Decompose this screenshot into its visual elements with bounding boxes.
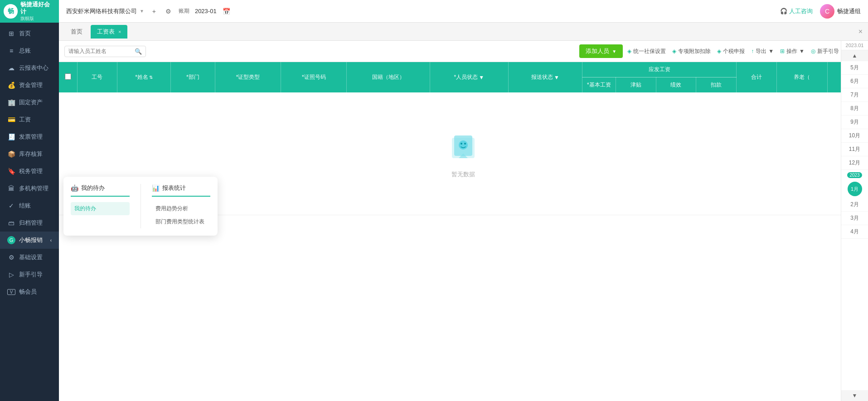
archive-icon: 🗃	[7, 219, 15, 227]
tab-bar-close-btn[interactable]: ×	[858, 28, 863, 36]
col-allowance: 津贴	[616, 77, 656, 93]
ledger-icon: ≡	[7, 47, 15, 54]
sidebar-arrow-xiaochang: ‹	[50, 238, 52, 243]
service-btn[interactable]: 🎧 人工咨询	[780, 7, 813, 15]
sidebar-nav: ⊞ 首页 ≡ 总账 ☁ 云报表中心 💰 资金管理 🏢 固定资产 💳 工资 🧾 发…	[0, 23, 59, 401]
month-item-6[interactable]: 6月	[841, 75, 868, 88]
operations-btn[interactable]: ⊞ 操作 ▼	[780, 48, 805, 55]
month-item-12[interactable]: 12月	[841, 156, 868, 170]
company-name: 西安虾米网络科技有限公司	[66, 7, 137, 15]
header-right: 🎧 人工咨询 C 畅捷通组	[780, 4, 861, 19]
multi-org-icon: 🏛	[7, 185, 15, 192]
sidebar-label-cloud: 云报表中心	[19, 64, 48, 72]
sidebar-item-home[interactable]: ⊞ 首页	[0, 25, 59, 42]
guide-btn[interactable]: ◎ 新手引导	[811, 48, 839, 55]
tab-salary-table[interactable]: 工资表 ×	[91, 25, 127, 39]
month-item-2[interactable]: 2月	[841, 198, 868, 212]
col-nationality: 国籍（地区）	[347, 62, 430, 92]
tab-close-icon[interactable]: ×	[118, 29, 121, 34]
todo-col-icon: 🤖	[71, 184, 78, 192]
month-item-7[interactable]: 7月	[841, 88, 868, 102]
tax-report-btn[interactable]: ◈ 个税申报	[717, 48, 745, 55]
sidebar-item-checkout[interactable]: ✓ 结账	[0, 197, 59, 214]
sidebar-item-multi-org[interactable]: 🏛 多机构管理	[0, 180, 59, 197]
sidebar-item-xiaochang[interactable]: G 小畅报销 ‹	[0, 232, 59, 249]
add-company-btn[interactable]: +	[150, 7, 159, 16]
toolbar: 🔍 添加人员 ▼ ◈ 统一社保设置 ◈ 专项附加扣除 ◈ 个税申报 ↑ 导出 ▼	[59, 41, 868, 62]
month-item-5[interactable]: 5月	[841, 61, 868, 75]
month-item-8[interactable]: 8月	[841, 102, 868, 116]
user-info[interactable]: C 畅捷通组	[820, 4, 861, 19]
person-status-filter-icon[interactable]: ▼	[479, 74, 484, 81]
sidebar-item-ledger[interactable]: ≡ 总账	[0, 42, 59, 59]
sidebar-label-tax: 税务管理	[19, 167, 43, 175]
month-item-9[interactable]: 9月	[841, 116, 868, 129]
add-person-dropdown-icon: ▼	[612, 49, 616, 54]
report-status-filter-icon[interactable]: ▼	[554, 74, 559, 81]
search-box: 🔍	[64, 46, 146, 57]
popup-columns: 🤖 我的待办 我的待办 📊 报表统计 费用趋势分析 部门费用类型统计表	[71, 184, 210, 228]
search-input[interactable]	[68, 48, 132, 54]
sidebar-item-basic[interactable]: ⚙ 基础设置	[0, 249, 59, 266]
popup-item-dept-cost[interactable]: 部门费用类型统计表	[152, 215, 211, 228]
popup-divider	[141, 184, 141, 228]
sidebar-item-inventory[interactable]: 📦 库存核算	[0, 145, 59, 163]
select-all-checkbox[interactable]	[65, 73, 71, 80]
sidebar-item-fixed-assets[interactable]: 🏢 固定资产	[0, 94, 59, 111]
headset-icon: 🎧	[780, 8, 787, 14]
special-deduction-btn[interactable]: ◈ 专项附加扣除	[672, 48, 711, 55]
fund-icon: 💰	[7, 82, 15, 89]
calendar-btn[interactable]: 📅	[222, 7, 231, 16]
col-id: 工号	[77, 62, 117, 92]
month-item-3[interactable]: 3月	[841, 212, 868, 225]
popup-menu: 🤖 我的待办 我的待办 📊 报表统计 费用趋势分析 部门费用类型统计表	[63, 177, 218, 236]
sidebar-label-fixed: 固定资产	[19, 98, 43, 106]
col-id-type: *证型类型	[215, 62, 281, 92]
popup-item-cost-trend[interactable]: 费用趋势分析	[152, 202, 211, 215]
sidebar-item-membership[interactable]: V 畅会员	[0, 283, 59, 300]
salary-icon: 💳	[7, 116, 15, 123]
operations-icon: ⊞	[780, 48, 785, 54]
month-item-10[interactable]: 10月	[841, 129, 868, 143]
tax-icon: 🔖	[7, 168, 15, 175]
popup-col-report-label: 报表统计	[162, 184, 186, 192]
cloud-icon: ☁	[7, 64, 15, 72]
export-btn[interactable]: ↑ 导出 ▼	[751, 48, 774, 55]
company-dropdown-icon: ▼	[140, 9, 144, 14]
month-scroll-up-btn[interactable]: ▲	[841, 50, 868, 61]
special-icon: ◈	[672, 48, 676, 54]
add-person-btn[interactable]: 添加人员 ▼	[579, 44, 623, 58]
logo-title: 畅捷通好会计	[20, 1, 55, 15]
popup-item-my-todo[interactable]: 我的待办	[71, 202, 130, 215]
sidebar-label-xiaochang: 小畅报销	[19, 236, 43, 244]
col-report-status: 报送状态▼	[508, 62, 582, 92]
sidebar-label-basic: 基础设置	[19, 253, 43, 261]
settings-btn[interactable]: ⚙	[164, 7, 173, 16]
social-insurance-btn[interactable]: ◈ 统一社保设置	[627, 48, 666, 55]
month-item-11[interactable]: 11月	[841, 143, 868, 156]
export-label: 导出	[756, 48, 766, 55]
logo-icon: 畅	[4, 4, 18, 19]
sidebar-item-archive[interactable]: 🗃 归档管理	[0, 214, 59, 232]
svg-point-3	[461, 143, 462, 145]
sidebar-item-cloud-report[interactable]: ☁ 云报表中心	[0, 59, 59, 77]
add-person-label: 添加人员	[586, 47, 609, 55]
home-icon: ⊞	[7, 30, 15, 37]
sidebar-item-invoice[interactable]: 🧾 发票管理	[0, 128, 59, 145]
user-name: 畅捷通组	[837, 7, 861, 15]
month-scroll-down-btn[interactable]: ▼	[841, 390, 868, 401]
sidebar-item-tax[interactable]: 🔖 税务管理	[0, 163, 59, 180]
sidebar-item-fund[interactable]: 💰 资金管理	[0, 77, 59, 94]
sidebar-label-invoice: 发票管理	[19, 133, 43, 141]
export-arrow-icon: ▼	[768, 48, 774, 54]
sidebar-item-salary[interactable]: 💳 工资	[0, 111, 59, 128]
month-item-4[interactable]: 4月	[841, 225, 868, 239]
month-item-1-current[interactable]: 1月	[841, 180, 868, 198]
tab-home[interactable]: 首页	[64, 25, 89, 39]
name-sort-icon[interactable]: ⇅	[149, 75, 153, 80]
sidebar-item-guide[interactable]: ▷ 新手引导	[0, 266, 59, 283]
col-checkbox[interactable]	[59, 62, 77, 92]
col-pension: 养老（	[776, 62, 827, 92]
sidebar-label-inventory: 库存核算	[19, 150, 43, 158]
company-selector[interactable]: 西安虾米网络科技有限公司 ▼	[66, 7, 144, 15]
